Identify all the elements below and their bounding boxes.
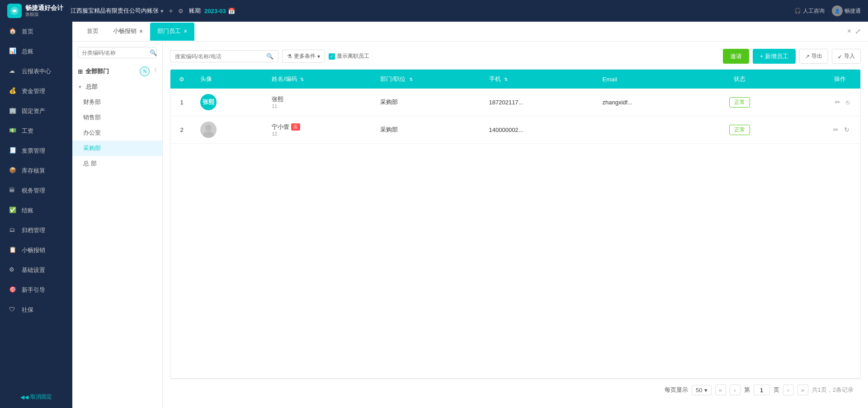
sidebar-item-invoice[interactable]: 🧾 发票管理 [0, 141, 72, 161]
last-page-button[interactable]: » [797, 385, 808, 395]
tab-expense-close[interactable]: × [139, 28, 143, 35]
dept-tree: ▼ 总部 财务部 销售部 办公室 采购部 总 部 [72, 79, 162, 403]
settings-column-header[interactable]: ⚙ [170, 70, 193, 89]
sidebar-item-fund[interactable]: 💰 资金管理 [0, 81, 72, 101]
row1-avatar-circle: 张熙 [200, 94, 217, 110]
row1-logout-button[interactable]: ⎋ [846, 98, 849, 106]
show-resign-checkbox[interactable]: ✓ [329, 53, 335, 60]
calendar-icon[interactable]: 📅 [228, 8, 235, 14]
row2-tag: 应 [291, 123, 300, 131]
row1-name-code-area: 张熙 11 [272, 95, 366, 109]
sidebar-item-expense[interactable]: 📋 小畅报销 [0, 240, 72, 260]
first-page-button[interactable]: « [715, 385, 726, 395]
sidebar-item-inventory[interactable]: 📦 库存核算 [0, 161, 72, 181]
logo-sub: 旗舰版 [25, 11, 63, 18]
name-code-column-header[interactable]: 姓名/编码 ⇅ [264, 70, 373, 89]
phone-label: 手机 [489, 75, 501, 82]
cancel-fixed-bar[interactable]: ◀◀ 取消固定 [0, 389, 72, 404]
invite-button[interactable]: 邀请 [723, 49, 749, 64]
page-number-input[interactable] [754, 385, 770, 395]
dept-search-input[interactable] [82, 50, 150, 56]
row2-refresh-button[interactable]: ↻ [844, 126, 849, 133]
dept-group-headquarters[interactable]: ▼ 总部 [72, 79, 162, 94]
employee-search-box[interactable]: 🔍 [170, 50, 278, 62]
service-button[interactable]: 🎧 人工咨询 [794, 7, 825, 15]
dept-all-header[interactable]: ⊞ 全部部门 ✎ 《 [72, 64, 162, 79]
dept-search-icon[interactable]: 🔍 [150, 49, 157, 56]
grid-icon: ⊞ [78, 68, 83, 75]
row2-dept: 采购部 [373, 116, 481, 144]
sidebar-item-insurance[interactable]: 🛡 社保 [0, 300, 72, 320]
sidebar-item-ledger[interactable]: 📊 总账 [0, 42, 72, 61]
sidebar-item-asset[interactable]: 🏢 固定资产 [0, 101, 72, 121]
sidebar-label-tax: 税务管理 [22, 187, 45, 195]
page-content: 🔍 ⊞ 全部部门 ✎ 《 [72, 42, 868, 408]
dept-sort-icon[interactable]: ⇅ [409, 77, 413, 82]
tab-dept-label: 部门员工 [157, 27, 181, 35]
sidebar-label-base-settings: 基础设置 [22, 266, 45, 274]
next-page-button[interactable]: › [783, 385, 794, 395]
page-text: 第 [744, 386, 750, 394]
prev-page-button[interactable]: ‹ [730, 385, 741, 395]
sidebar-label-home: 首页 [22, 28, 33, 36]
import-label: 导入 [844, 52, 855, 60]
export-label: 导出 [811, 52, 822, 60]
dept-add-button[interactable]: ✎ [140, 66, 150, 76]
sidebar-label-archive: 归档管理 [22, 226, 45, 234]
dept-item-general[interactable]: 总 部 [72, 156, 162, 171]
dept-item-sales[interactable]: 销售部 [72, 110, 162, 125]
sidebar-label-salary: 工资 [22, 127, 33, 135]
sidebar-item-archive[interactable]: 🗂 归档管理 [0, 220, 72, 240]
close-window-button[interactable]: × [847, 27, 851, 36]
filter-label: 更多条件 [294, 52, 316, 60]
employee-data-table: ⚙ 头像 姓名/编码 ⇅ 部门/职位 ⇅ [170, 70, 860, 144]
expand-window-button[interactable]: ⤢ [855, 27, 861, 36]
sidebar-item-base-settings[interactable]: ⚙ 基础设置 [0, 260, 72, 280]
sidebar-item-cloud-report[interactable]: ☁ 云报表中心 [0, 61, 72, 81]
sidebar-item-checkout[interactable]: ✅ 结账 [0, 201, 72, 220]
employee-search-input[interactable] [175, 53, 266, 60]
row2-status: 正常 [699, 116, 781, 144]
row1-edit-button[interactable]: ✏ [835, 98, 840, 106]
tab-home[interactable]: 首页 [80, 23, 106, 41]
row2-edit-button[interactable]: ✏ [833, 126, 839, 133]
name-sort-icon[interactable]: ⇅ [300, 77, 304, 82]
tab-dept-employee[interactable]: 部门员工 × [150, 23, 194, 41]
dept-item-finance[interactable]: 财务部 [72, 94, 162, 110]
dept-item-office[interactable]: 办公室 [72, 125, 162, 141]
tab-expense[interactable]: 小畅报销 × [106, 23, 150, 41]
import-button[interactable]: ↙ 导入 [832, 49, 861, 64]
sidebar-item-salary[interactable]: 💵 工资 [0, 121, 72, 141]
show-resign-toggle[interactable]: ✓ 显示离职员工 [329, 52, 369, 60]
per-page-select[interactable]: 50 ▾ [692, 385, 711, 395]
settings-icon[interactable]: ⚙ [178, 8, 184, 14]
search-icon[interactable]: 🔍 [266, 53, 274, 60]
dept-search-box[interactable]: 🔍 [78, 47, 157, 58]
tab-dept-close[interactable]: × [184, 28, 187, 35]
phone-sort-icon[interactable]: ⇅ [504, 77, 508, 82]
dept-item-procurement[interactable]: 采购部 [72, 141, 162, 156]
plus-icon: ✎ [143, 69, 147, 75]
phone-column-header[interactable]: 手机 ⇅ [482, 70, 595, 89]
add-company-button[interactable]: ＋ [167, 6, 175, 16]
add-employee-button[interactable]: + 新增员工 [753, 49, 796, 64]
export-button[interactable]: ↗ 导出 [799, 49, 828, 64]
company-name: 江西服宝精品有限责任公司内账张 [71, 7, 159, 15]
per-page-label: 每页显示 [665, 386, 688, 394]
sidebar-label-inventory: 库存核算 [22, 167, 45, 175]
company-dropdown-icon[interactable]: ▾ [160, 8, 164, 14]
sidebar-item-tax[interactable]: 🏛 税务管理 [0, 181, 72, 201]
table-settings-icon[interactable]: ⚙ [179, 76, 184, 83]
sidebar-item-guide[interactable]: 🎯 新手引导 [0, 280, 72, 300]
checkout-icon: ✅ [9, 206, 17, 215]
ledger-icon: 📊 [9, 47, 17, 56]
sidebar-label-checkout: 结账 [22, 206, 33, 215]
dept-position-column-header[interactable]: 部门/职位 ⇅ [373, 70, 481, 89]
user-menu[interactable]: 👤 畅捷通 [832, 5, 861, 16]
dept-collapse-button[interactable]: 《 [151, 66, 157, 76]
email-column-header: Email [595, 70, 699, 89]
sidebar-item-home[interactable]: 🏠 首页 [0, 22, 72, 42]
filter-button[interactable]: ⚗ 更多条件 ▾ [282, 50, 325, 63]
sidebar-label-insurance: 社保 [22, 306, 33, 314]
service-label: 人工咨询 [803, 7, 825, 15]
